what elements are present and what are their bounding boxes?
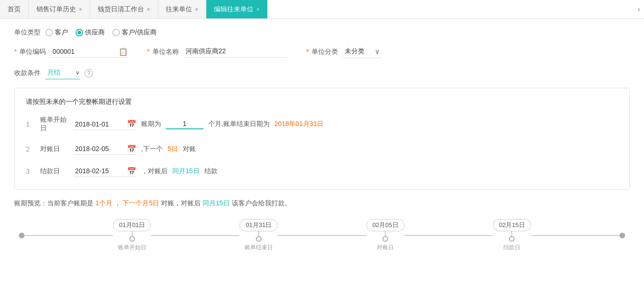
payment-terms-value: 月结 [45, 67, 74, 79]
tab-home-label: 首页 [8, 5, 21, 14]
required-star-classify: * [306, 48, 309, 55]
unit-name-input[interactable] [184, 46, 288, 58]
tab-partner[interactable]: 往来单位 × [158, 0, 206, 18]
tab-partner-label: 往来单位 [166, 5, 192, 14]
payment-prefix: ，对账后 [141, 167, 168, 176]
timeline-segment-4 [405, 235, 493, 236]
radio-customer-supplier-label: 客户/供应商 [122, 28, 157, 37]
period-months-suffix: 个月,账单结束日期为 [208, 120, 270, 128]
payment-terms-select[interactable]: 月结 ∨ [45, 67, 80, 79]
preview-label: 账期预览：当前客户账期是 [14, 199, 93, 207]
timeline-connector-3 [511, 231, 512, 236]
close-cash-workbench-icon[interactable]: × [147, 6, 150, 13]
unit-type-label: 单位类型 [14, 28, 41, 37]
radio-customer-supplier-circle [112, 29, 120, 36]
radio-supplier[interactable]: 供应商 [76, 28, 105, 37]
tab-home[interactable]: 首页 [0, 0, 29, 18]
preview-section: 账期预览：当前客户账期是 1个月 ， 下一个月5日 对账，对账后 同月15日 该… [14, 199, 630, 208]
tab-expand-button[interactable]: › [634, 0, 644, 18]
preview-middle: 对账，对账后 [161, 199, 201, 207]
unit-code-lookup-icon[interactable]: 📋 [119, 47, 128, 56]
main-content: 单位类型 客户 供应商 客户/供应商 * 单位编码 📋 * [0, 19, 644, 287]
timeline-node-4: 02月15日 结款日 [493, 219, 531, 252]
payment-terms-help-icon[interactable]: ? [85, 69, 93, 77]
close-partner-icon[interactable]: × [195, 6, 198, 13]
timeline-dot-end [619, 233, 625, 238]
unit-classify-select[interactable]: 未分类 ∨ [343, 45, 381, 58]
timeline-dot-3 [382, 236, 388, 242]
timeline-connector-0 [132, 231, 133, 236]
radio-customer-supplier[interactable]: 客户/供应商 [112, 28, 157, 37]
payment-terms-chevron-icon: ∨ [76, 69, 80, 76]
period-instruction: 请按照未来的一个完整帐期进行设置 [26, 98, 618, 106]
payment-suffix: 结款 [204, 167, 218, 176]
timeline-node-3: 02月05日 对账日 [366, 219, 405, 252]
timeline-node-end [619, 233, 625, 238]
timeline-segment-2 [151, 235, 239, 236]
period-row-3-label: 结款日 [40, 167, 68, 176]
classify-chevron-icon: ∨ [375, 48, 380, 55]
preview-comma1: ， [114, 199, 121, 207]
period-row-3-num: 3 [26, 168, 35, 175]
timeline-badge-2: 02月05日 [366, 219, 405, 231]
period-start-date-input[interactable] [73, 118, 125, 130]
unit-type-row: 单位类型 客户 供应商 客户/供应商 [14, 28, 630, 37]
preview-end: 该客户会给我打款。 [232, 199, 291, 207]
timeline-connector-1 [258, 231, 259, 236]
timeline-label-1: 账单结束日 [245, 244, 273, 252]
timeline-dot-start [19, 233, 25, 238]
preview-part3: 同月15日 [203, 199, 230, 207]
tab-sales-history-label: 销售订单历史 [36, 5, 76, 14]
timeline-node-1: 01月01日 账单开始日 [113, 219, 151, 252]
required-star-name: * [147, 48, 149, 55]
timeline-dot-2 [256, 236, 262, 242]
timeline-badge-1: 01月31日 [239, 219, 278, 231]
payment-terms-label: 收款条件 [14, 69, 41, 77]
tab-edit-partner-label: 编辑往来单位 [214, 5, 254, 14]
radio-customer-label: 客户 [55, 28, 68, 37]
reconcile-suffix: 对账 [183, 145, 196, 153]
unit-code-input[interactable] [51, 46, 117, 57]
radio-customer[interactable]: 客户 [45, 28, 68, 37]
payment-date-calendar-icon[interactable]: 📅 [127, 167, 136, 176]
period-start-date-input-group: 📅 [73, 118, 136, 130]
preview-part2: 下一个月5日 [122, 199, 159, 207]
unit-classify-value: 未分类 [345, 47, 373, 56]
tab-cash-workbench-label: 钱货日清工作台 [98, 5, 144, 14]
unit-code-label: * 单位编码 [14, 48, 46, 56]
unit-name-label: * 单位名称 [147, 48, 178, 56]
tab-edit-partner[interactable]: 编辑往来单位 × [206, 0, 268, 18]
tab-sales-history[interactable]: 销售订单历史 × [29, 0, 90, 18]
close-edit-partner-icon[interactable]: × [256, 6, 260, 13]
timeline-badge-0: 01月01日 [113, 219, 151, 231]
payment-highlight: 同月15日 [172, 167, 200, 176]
unit-code-input-group: 📋 [51, 46, 128, 58]
period-end-date: 2018年01月31日 [274, 120, 323, 128]
tab-cash-workbench[interactable]: 钱货日清工作台 × [90, 0, 158, 18]
period-months-input[interactable] [166, 119, 203, 129]
timeline-node-0 [19, 233, 25, 238]
payment-date-input[interactable] [73, 165, 125, 177]
radio-supplier-circle [76, 29, 83, 36]
reconcile-highlight: 5日 [168, 145, 178, 153]
period-row-1: 1 账单开始日 📅 账期为 个月,账单结束日期为 2018年01月31日 [26, 116, 618, 133]
payment-terms-row: 收款条件 月结 ∨ ? [14, 67, 630, 79]
reconcile-date-calendar-icon[interactable]: 📅 [127, 144, 136, 153]
timeline-dot-4 [509, 236, 515, 242]
required-star-code: * [14, 48, 17, 55]
period-row-1-num: 1 [26, 120, 35, 128]
timeline-connector-2 [385, 231, 386, 236]
timeline-segment-5 [531, 235, 619, 236]
timeline-node-2: 01月31日 账单结束日 [239, 219, 278, 252]
reconcile-date-input[interactable] [73, 143, 125, 154]
tab-bar: 首页 销售订单历史 × 钱货日清工作台 × 往来单位 × 编辑往来单位 × › [0, 0, 644, 19]
timeline-badge-3: 02月15日 [493, 219, 531, 231]
period-start-date-calendar-icon[interactable]: 📅 [127, 119, 136, 128]
period-card: 请按照未来的一个完整帐期进行设置 1 账单开始日 📅 账期为 个月,账单结束日期… [14, 88, 630, 190]
timeline-segment-3 [278, 235, 366, 236]
period-suffix-text: 账期为 [141, 120, 161, 128]
timeline-label-3: 结款日 [503, 244, 520, 252]
close-sales-history-icon[interactable]: × [79, 6, 82, 13]
timeline-label-2: 对账日 [377, 244, 394, 252]
period-row-2-label: 对账日 [40, 145, 68, 153]
